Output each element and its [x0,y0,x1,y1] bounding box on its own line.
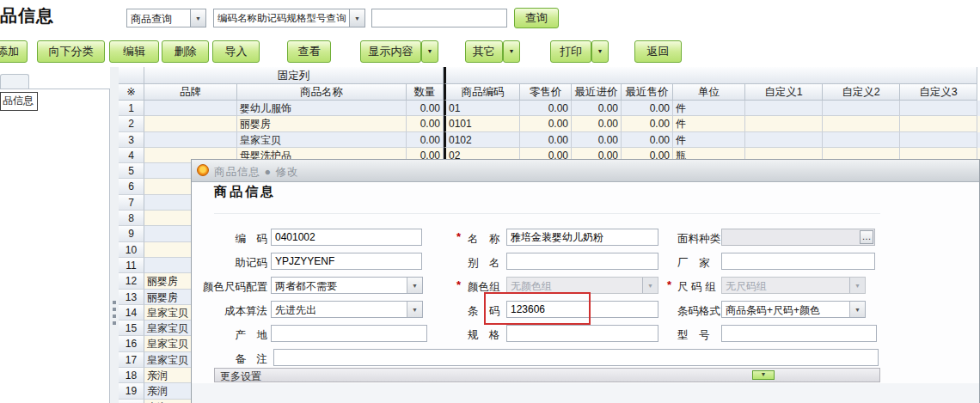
import-button[interactable]: 导入 [212,40,260,63]
cell-name: 婴幼儿服饰 [237,101,407,116]
dialog-footer [192,383,979,403]
column-header[interactable]: 最近售价 [622,84,673,101]
column-header[interactable]: 自定义1 [745,84,823,101]
heading-divider [214,213,880,214]
barcode-format-select[interactable]: 商品条码+尺码+颜色 ▼ [721,301,866,318]
color-size-config-label: 颜色尺码配置 [195,280,267,295]
app-window: 品信息 商品查询 ▼ 编码名称助记码规格型号查询 ▼ 查询 添加 向下分类 编辑… [0,0,980,403]
column-header[interactable]: 品牌 [144,84,237,101]
cell-unit: 件 [673,101,745,116]
dialog-titlebar[interactable]: 商品信息 ● 修改 [192,160,979,182]
origin-input[interactable] [271,325,427,342]
column-header[interactable]: 最近进价 [572,84,622,101]
cell-qty: 0.00 [407,132,444,148]
column-header[interactable]: 商品编码 [444,84,520,101]
view-button[interactable]: 查看 [287,40,331,63]
cell-n: 6 [119,179,144,194]
code-input[interactable] [271,229,422,246]
more-settings-bar[interactable]: 更多设置 ▼ [214,368,880,382]
cell-n: 13 [119,290,144,305]
size-group-label: 尺 码 组 [677,280,715,295]
alias-input[interactable] [506,253,658,270]
factory-input[interactable] [721,253,875,270]
chevron-down-icon: ▼ [761,371,767,377]
column-header[interactable]: 自定义3 [900,84,977,101]
alias-label: 别 名 [468,256,500,271]
display-content-dropdown[interactable]: ▼ [421,40,438,63]
print-dropdown[interactable]: ▼ [591,40,609,63]
dialog-heading: 商品信息 [214,184,276,200]
delete-button[interactable]: 删除 [162,40,209,63]
column-header[interactable]: 自定义2 [823,84,900,101]
chevron-down-icon[interactable]: ▼ [407,302,422,317]
print-button[interactable]: 打印 [550,40,591,63]
color-group-select: 无颜色组 ▼ [506,277,658,294]
query-button[interactable]: 查询 [514,8,559,28]
other-button[interactable]: 其它 [465,40,503,63]
cell-custom2 [823,116,900,131]
chevron-down-icon[interactable]: ▼ [849,302,865,317]
cell-custom3 [900,116,977,131]
tree-node-product-info[interactable]: 品信息 [0,92,38,111]
add-button[interactable]: 添加 [0,40,28,63]
table-row[interactable]: 2丽婴房0.0001010.000.000.00件 [119,116,980,131]
group-header-right [444,67,977,84]
column-header[interactable]: 数量 [407,84,444,101]
classify-down-button[interactable]: 向下分类 [37,40,105,63]
display-content-button[interactable]: 显示内容 [360,40,421,63]
table-row[interactable]: 3皇家宝贝0.0001020.000.000.00件 [119,132,980,148]
factory-label: 厂 家 [677,256,710,271]
cell-recent_in: 0.00 [572,101,622,116]
search-input[interactable] [371,9,507,27]
fabric-type-input [721,229,875,246]
chevron-down-icon[interactable]: ▼ [349,9,364,27]
mnemonic-input[interactable] [271,253,422,270]
cell-name: 皇家宝贝 [237,132,407,148]
panel-splitter[interactable] [110,67,119,403]
cell-custom2 [823,101,900,116]
column-header[interactable]: ※ [119,84,144,101]
cell-n: 8 [119,211,144,226]
dialog-title: 商品信息 ● 修改 [214,165,299,180]
chevron-down-icon[interactable]: ▼ [190,9,205,27]
cell-recent_sale: 0.00 [622,116,673,131]
required-icon: * [456,230,461,243]
group-header-spacer [119,67,144,84]
splitter-grip-icon [113,301,116,328]
chevron-down-icon: ▼ [849,278,865,293]
other-dropdown[interactable]: ▼ [503,40,520,63]
cell-qty: 0.00 [407,101,444,116]
page-title: 品信息 [0,4,54,27]
table-row[interactable]: 1婴幼儿服饰0.00010.000.000.00件 [119,101,980,116]
chevron-down-icon[interactable]: ▼ [407,278,422,293]
toolbar: 添加 向下分类 编辑 删除 导入 查看 显示内容 ▼ 其它 ▼ 打印 ▼ 返回 [0,40,980,63]
spec-input[interactable] [506,325,658,342]
edit-button[interactable]: 编辑 [109,40,159,63]
search-mode-select[interactable]: 编码名称助记码规格型号查询 ▼ [213,9,365,27]
cell-recent_in: 0.00 [572,116,622,131]
search-type-select[interactable]: 商品查询 ▼ [126,9,206,27]
column-header[interactable]: 单位 [673,84,745,101]
color-size-config-select[interactable]: 两者都不需要 ▼ [271,277,423,294]
ellipsis-button[interactable]: … [860,230,873,244]
chevron-down-icon: ▼ [642,278,658,293]
tree-panel-tab[interactable] [0,74,29,89]
column-header[interactable]: 零售价 [520,84,572,101]
size-group-select: 无尺码组 ▼ [721,277,866,294]
search-type-value: 商品查询 [127,9,190,27]
cell-n: 10 [119,242,144,258]
cell-code: 0102 [444,132,520,148]
column-header[interactable]: 商品名称 [237,84,407,101]
spec-label: 规 格 [468,328,500,343]
cell-n: 19 [119,383,144,399]
category-tree-panel: 品信息 [0,89,110,403]
cell-n: 12 [119,273,144,289]
cost-method-select[interactable]: 先进先出 ▼ [271,301,423,318]
expand-more-button[interactable]: ▼ [752,370,775,380]
cell-unit: 件 [673,116,745,131]
remark-input[interactable] [273,349,879,366]
name-input[interactable] [506,229,658,246]
return-button[interactable]: 返回 [634,40,682,63]
model-input[interactable] [721,325,877,342]
edit-product-dialog: 商品信息 ● 修改 商品信息 编 码 * 名 称 面料种类 … 助记码 别 名 … [191,159,980,403]
